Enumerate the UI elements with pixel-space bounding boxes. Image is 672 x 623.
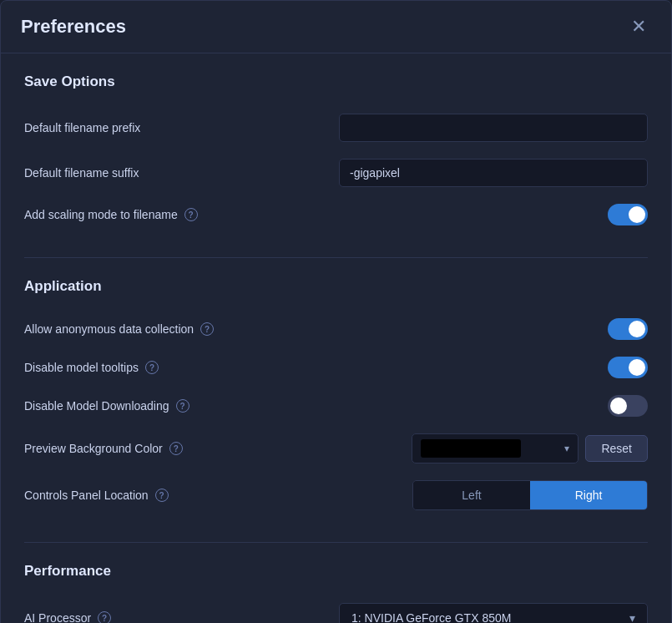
filename-suffix-label: Default filename suffix — [24, 166, 139, 180]
controls-panel-help-icon[interactable]: ? — [155, 489, 169, 502]
dialog-body: Save Options Default filename prefix Def… — [1, 53, 671, 623]
anon-data-slider — [608, 318, 648, 340]
disable-downloading-slider — [608, 395, 648, 417]
color-dropdown[interactable]: ▾ — [412, 433, 579, 463]
controls-left-button[interactable]: Left — [413, 481, 530, 509]
disable-tooltips-help-icon[interactable]: ? — [145, 361, 159, 374]
controls-panel-row: Controls Panel Location ? Left Right — [24, 472, 648, 519]
color-swatch — [421, 439, 521, 458]
divider-1 — [24, 257, 648, 258]
add-scaling-label: Add scaling mode to filename ? — [24, 208, 198, 221]
filename-prefix-input[interactable] — [339, 114, 648, 142]
disable-tooltips-toggle[interactable] — [608, 357, 648, 378]
performance-title: Performance — [24, 563, 648, 580]
dialog-header: Preferences ✕ — [1, 1, 671, 53]
ai-processor-dropdown[interactable]: 1: NVIDIA GeForce GTX 850M ▾ — [339, 603, 648, 623]
save-options-section: Save Options Default filename prefix Def… — [24, 73, 648, 234]
anon-data-toggle[interactable] — [608, 318, 648, 340]
filename-suffix-input[interactable] — [339, 159, 648, 187]
filename-suffix-row: Default filename suffix — [24, 150, 648, 195]
ai-processor-chevron-icon: ▾ — [629, 611, 635, 623]
ai-processor-label: AI Processor ? — [24, 611, 111, 623]
filename-prefix-row: Default filename prefix — [24, 105, 648, 150]
reset-button[interactable]: Reset — [585, 435, 648, 462]
controls-panel-btn-group: Left Right — [412, 480, 648, 510]
application-section: Application Allow anonymous data collect… — [24, 278, 648, 519]
controls-right-button[interactable]: Right — [530, 481, 647, 509]
color-chevron-icon: ▾ — [564, 443, 569, 454]
add-scaling-toggle[interactable] — [608, 204, 648, 225]
disable-downloading-label: Disable Model Downloading ? — [24, 399, 189, 413]
performance-section: Performance AI Processor ? 1: NVIDIA GeF… — [24, 563, 648, 623]
add-scaling-help-icon[interactable]: ? — [184, 208, 198, 221]
disable-tooltips-label: Disable model tooltips ? — [24, 361, 159, 374]
anon-data-help-icon[interactable]: ? — [200, 322, 214, 336]
disable-tooltips-slider — [608, 357, 648, 378]
color-picker-group: ▾ Reset — [412, 433, 648, 463]
ai-processor-row: AI Processor ? 1: NVIDIA GeForce GTX 850… — [24, 595, 648, 623]
anon-data-label: Allow anonymous data collection ? — [24, 322, 214, 336]
save-options-title: Save Options — [24, 73, 648, 90]
disable-tooltips-row: Disable model tooltips ? — [24, 348, 648, 387]
disable-downloading-toggle[interactable] — [608, 395, 648, 417]
filename-prefix-label: Default filename prefix — [24, 121, 140, 134]
dialog-title: Preferences — [21, 16, 126, 38]
ai-processor-help-icon[interactable]: ? — [98, 611, 111, 623]
preferences-dialog: Preferences ✕ Save Options Default filen… — [0, 0, 672, 623]
preview-bg-help-icon[interactable]: ? — [169, 442, 183, 455]
preview-bg-row: Preview Background Color ? ▾ Reset — [24, 425, 648, 472]
disable-downloading-row: Disable Model Downloading ? — [24, 387, 648, 425]
add-scaling-slider — [608, 204, 648, 225]
preview-bg-label: Preview Background Color ? — [24, 442, 183, 455]
controls-panel-label: Controls Panel Location ? — [24, 489, 169, 502]
disable-downloading-help-icon[interactable]: ? — [176, 399, 189, 413]
application-title: Application — [24, 278, 648, 295]
close-button[interactable]: ✕ — [626, 16, 651, 38]
divider-2 — [24, 542, 648, 543]
anon-data-row: Allow anonymous data collection ? — [24, 310, 648, 348]
add-scaling-row: Add scaling mode to filename ? — [24, 195, 648, 234]
